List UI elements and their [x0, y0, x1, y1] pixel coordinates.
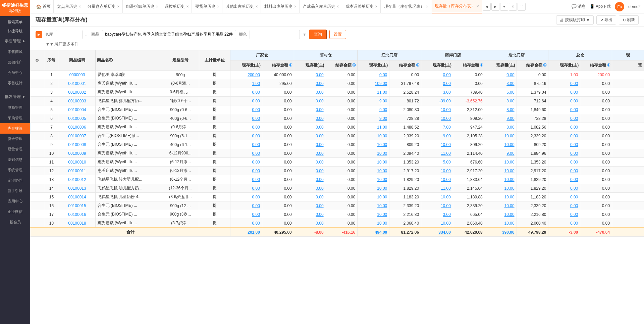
- cell-yubei-qty[interactable]: 10.00: [485, 210, 517, 219]
- cell-factory-qty[interactable]: 0.00: [230, 167, 262, 175]
- cell-nanan-qty[interactable]: 0.00: [421, 71, 453, 79]
- cell-total-qty[interactable]: 0.00: [548, 123, 580, 132]
- tab-branch-check[interactable]: 分量盘点单历史 ✕: [85, 0, 123, 13]
- cell-mucun-qty[interactable]: 0.00: [294, 201, 326, 210]
- tab-close-icon[interactable]: ✕: [117, 5, 120, 8]
- cell-factory-qty[interactable]: 0.00: [230, 158, 262, 167]
- tab-close-icon[interactable]: ✕: [186, 5, 189, 8]
- cell-total-qty[interactable]: 0.00: [548, 193, 580, 201]
- sidebar-item-finance[interactable]: 资金管理: [0, 134, 30, 144]
- cell-factory-qty[interactable]: 0.00: [230, 88, 262, 97]
- cell-total-qty[interactable]: 0.00: [548, 140, 580, 149]
- settings-icon[interactable]: ⚙: [35, 58, 39, 63]
- cell-jiangbei-qty[interactable]: 11.00: [358, 123, 389, 132]
- cell-nanan-qty[interactable]: 3.00: [421, 88, 453, 97]
- sidebar-item-member[interactable]: 会员中心: [0, 67, 30, 78]
- tab-close-icon[interactable]: ✕: [78, 5, 81, 8]
- tab-expand-btn[interactable]: ⛶: [518, 3, 526, 11]
- cell-factory-qty[interactable]: 0.00: [230, 219, 262, 228]
- sidebar-item-app-center[interactable]: 应用中心: [0, 196, 30, 206]
- cell-yubei-qty[interactable]: 10.00: [485, 193, 517, 201]
- cell-mucun-qty[interactable]: 0.00: [294, 184, 326, 193]
- cell-yubei-qty[interactable]: 8.00: [485, 105, 517, 114]
- cell-yubei-qty[interactable]: 3.00: [485, 79, 517, 88]
- cell-nanan-qty[interactable]: 10.00: [421, 193, 453, 201]
- cell-factory-qty[interactable]: 0.00: [230, 105, 262, 114]
- tab-close-icon[interactable]: ✕: [217, 5, 219, 8]
- cell-factory-qty[interactable]: 0.00: [230, 114, 262, 123]
- cell-mucun-qty[interactable]: 0.00: [294, 149, 326, 158]
- goods-input[interactable]: [102, 30, 236, 39]
- cell-mucun-qty[interactable]: 0.00: [294, 210, 326, 219]
- cell-jiangbei-qty[interactable]: 10.00: [358, 201, 389, 210]
- sidebar-item-enterprise[interactable]: 企业协同: [0, 175, 30, 186]
- sidebar-item-retail-stats[interactable]: 零售统计: [0, 78, 30, 88]
- cell-yubei-qty[interactable]: 10.00: [485, 175, 517, 184]
- cell-jiangbei-qty[interactable]: 9.00: [358, 97, 389, 105]
- cell-mucun-qty[interactable]: 0.00: [294, 97, 326, 105]
- tab-material-out[interactable]: 材料出库单历史 ✕: [262, 0, 300, 13]
- app-download-link[interactable]: 📱 App下载: [590, 4, 611, 9]
- cell-jiangbei-qty[interactable]: 10.00: [358, 140, 389, 149]
- cell-jiangbei-qty[interactable]: 10.00: [358, 175, 389, 184]
- cell-total-qty[interactable]: 0.00: [548, 201, 580, 210]
- cell-mucun-qty[interactable]: 0.00: [294, 132, 326, 140]
- sidebar-logo[interactable]: 畅捷通好生意 标准版: [0, 0, 30, 16]
- tab-close-icon[interactable]: ✕: [294, 5, 297, 8]
- cell-total-qty[interactable]: 0.00: [548, 114, 580, 123]
- cell-yubei-qty[interactable]: 9.00: [485, 149, 517, 158]
- sidebar-item-basic-info[interactable]: 基础信息: [0, 154, 30, 165]
- cell-factory-qty[interactable]: 0.00: [230, 140, 262, 149]
- expand-filter-toggle[interactable]: ▼▼ 展开更多条件: [46, 41, 639, 47]
- cell-factory-qty[interactable]: 0.00: [230, 210, 262, 219]
- cell-jiangbei-qty[interactable]: 10.00: [358, 184, 389, 193]
- cell-mucun-qty[interactable]: 0.00: [294, 105, 326, 114]
- cell-nanan-qty[interactable]: 11.00: [421, 149, 453, 158]
- cell-factory-qty[interactable]: 0.00: [230, 193, 262, 201]
- cell-factory-qty[interactable]: 200.00: [230, 71, 262, 79]
- cell-total-qty[interactable]: 0.00: [548, 88, 580, 97]
- cell-yubei-qty[interactable]: 10.00: [485, 184, 517, 193]
- cell-jiangbei-qty[interactable]: 10.00: [358, 210, 389, 219]
- table-container[interactable]: ⚙ 序号 商品编码 商品名称 规格型号 主计量单位 厂家仓 陌村仓 江北门店 南…: [30, 50, 644, 324]
- cell-jiangbei-qty[interactable]: 0.00: [358, 71, 389, 79]
- cell-total-qty[interactable]: 0.00: [548, 158, 580, 167]
- cell-mucun-qty[interactable]: 0.00: [294, 88, 326, 97]
- total-jiangbei-qty[interactable]: 494.00: [358, 228, 389, 237]
- sidebar-item-wholesale[interactable]: 批发管理 ▼: [0, 91, 30, 102]
- cell-total-qty[interactable]: 0.00: [548, 175, 580, 184]
- cell-nanan-qty[interactable]: 10.00: [421, 114, 453, 123]
- cell-jiangbei-qty[interactable]: 11.00: [358, 88, 389, 97]
- cell-mucun-qty[interactable]: 0.00: [294, 123, 326, 132]
- sidebar-item-marketing[interactable]: 营销推广: [0, 57, 30, 67]
- tab-close-icon[interactable]: ✕: [156, 5, 158, 8]
- total-yubei-qty[interactable]: 390.00: [485, 228, 517, 237]
- settings-button[interactable]: 设置: [329, 30, 346, 39]
- warehouse-input[interactable]: [56, 30, 83, 39]
- cell-factory-qty[interactable]: 0.00: [230, 175, 262, 184]
- cell-jiangbei-qty[interactable]: 109.00: [358, 79, 389, 88]
- cell-nanan-qty[interactable]: 3.00: [421, 210, 453, 219]
- cell-yubei-qty[interactable]: 6.00: [485, 88, 517, 97]
- tab-close-icon[interactable]: ✕: [336, 5, 339, 8]
- cell-nanan-qty[interactable]: 0.00: [421, 79, 453, 88]
- cell-jiangbei-qty[interactable]: 10.00: [358, 167, 389, 175]
- cell-yubei-qty[interactable]: 10.00: [485, 140, 517, 149]
- tab-prev-btn[interactable]: ◀: [483, 3, 491, 11]
- info-icon[interactable]: ①: [480, 63, 483, 67]
- sidebar-item-system[interactable]: 系统管理: [0, 165, 30, 175]
- cell-total-qty[interactable]: 0.00: [548, 210, 580, 219]
- cell-factory-qty[interactable]: 0.00: [230, 201, 262, 210]
- sidebar-item-wechat[interactable]: 企业微信: [0, 206, 30, 217]
- cell-mucun-qty[interactable]: 0.00: [294, 79, 326, 88]
- cell-jiangbei-qty[interactable]: 9.00: [358, 114, 389, 123]
- cell-nanan-qty[interactable]: 9.00: [421, 132, 453, 140]
- cell-total-qty[interactable]: 0.00: [548, 132, 580, 140]
- cell-jiangbei-qty[interactable]: 10.00: [358, 193, 389, 201]
- cell-total-qty[interactable]: 0.00: [548, 219, 580, 228]
- sidebar-item-retail-mgmt[interactable]: 零售管理 ▲: [0, 36, 30, 47]
- tab-transfer[interactable]: 调拨单历史 ✕: [162, 0, 192, 13]
- tab-request[interactable]: 要货单历史 ✕: [193, 0, 222, 13]
- tab-cost-adjust[interactable]: 成本调整单历史 ✕: [343, 0, 381, 13]
- refresh-button[interactable]: ↻ 刷新: [619, 15, 639, 25]
